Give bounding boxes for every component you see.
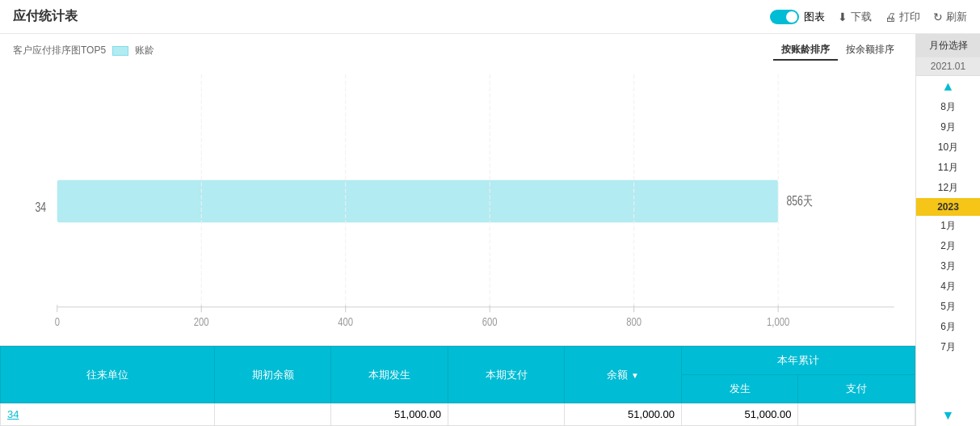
- svg-text:400: 400: [338, 315, 353, 329]
- chart-toggle-wrap[interactable]: 图表: [770, 10, 825, 24]
- download-icon: ⬇: [838, 11, 848, 23]
- legend-text: 客户应付排序图TOP5: [13, 44, 106, 57]
- sidebar-up-button[interactable]: ▲: [916, 76, 980, 97]
- unit-link[interactable]: 34: [7, 408, 19, 420]
- refresh-icon: ↻: [933, 11, 943, 23]
- chart-area: 客户应付排序图TOP5 账龄 按账龄排序 按余额排序 34 856天: [0, 34, 915, 426]
- legend-box: [112, 46, 128, 56]
- col-ytd-occ-header: 发生: [681, 375, 798, 403]
- header: 应付统计表 图表 ⬇ 下载 🖨 打印 ↻ 刷新: [0, 0, 980, 34]
- bar-chart-container: 34 856天 0 200 400 600: [0, 64, 915, 345]
- download-button[interactable]: ⬇ 下载: [838, 10, 872, 24]
- sidebar-month-item[interactable]: 5月: [916, 297, 980, 317]
- legend-box-label: 账龄: [135, 44, 154, 57]
- svg-text:856天: 856天: [786, 194, 813, 209]
- cell-current: 51,000.00: [331, 403, 448, 426]
- sidebar-month-item[interactable]: 2月: [916, 236, 980, 256]
- svg-text:200: 200: [194, 315, 209, 329]
- sidebar-month-item[interactable]: 9月: [916, 117, 980, 137]
- print-label: 打印: [899, 10, 920, 24]
- svg-text:1,000: 1,000: [767, 315, 789, 329]
- print-button[interactable]: 🖨 打印: [885, 10, 920, 24]
- cell-balance: 51,000.00: [565, 403, 682, 426]
- svg-text:600: 600: [482, 315, 498, 329]
- chart-toggle[interactable]: [770, 10, 799, 24]
- svg-rect-1: [57, 180, 778, 222]
- cell-ytd-occ: 51,000.00: [681, 403, 798, 426]
- sidebar-down-button[interactable]: ▼: [916, 405, 980, 426]
- cell-opening: [214, 403, 331, 426]
- page-title: 应付统计表: [13, 8, 78, 25]
- sidebar-month-item[interactable]: 1月: [916, 216, 980, 236]
- balance-sort-icon: ▼: [631, 371, 639, 380]
- chart-sort-buttons: 按账龄排序 按余额排序: [773, 40, 902, 61]
- svg-text:800: 800: [626, 315, 641, 329]
- sidebar-month-item[interactable]: 8月: [916, 97, 980, 117]
- chart-header: 客户应付排序图TOP5 账龄 按账龄排序 按余额排序: [0, 34, 915, 64]
- svg-text:34: 34: [35, 200, 46, 215]
- refresh-label: 刷新: [946, 10, 967, 24]
- col-ytd-pay-header: 支付: [798, 375, 915, 403]
- table-row: 34 51,000.00 51,000.00 51,000.00: [1, 403, 915, 426]
- chart-svg: 34 856天 0 200 400 600: [32, 64, 902, 339]
- sidebar-month-item[interactable]: 2023: [916, 198, 980, 216]
- chart-legend: 客户应付排序图TOP5 账龄: [13, 44, 154, 57]
- toggle-label: 图表: [804, 10, 825, 24]
- col-payment-header: 本期支付: [448, 347, 565, 403]
- cell-ytd-pay: [798, 403, 915, 426]
- refresh-button[interactable]: ↻ 刷新: [933, 10, 967, 24]
- sidebar-month-item[interactable]: 11月: [916, 158, 980, 178]
- sort-by-balance-button[interactable]: 按余额排序: [838, 40, 902, 61]
- header-actions: 图表 ⬇ 下载 🖨 打印 ↻ 刷新: [770, 10, 967, 24]
- col-ytd-header: 本年累计: [681, 347, 915, 375]
- col-unit-header: 往来单位: [1, 347, 215, 403]
- sidebar-month-item[interactable]: 10月: [916, 137, 980, 158]
- data-table: 往来单位 期初余额 本期发生 本期支付 余额 ▼ 本年累计 发生: [0, 346, 915, 426]
- sidebar-month-item[interactable]: 12月: [916, 178, 980, 198]
- print-icon: 🖨: [885, 11, 896, 23]
- sidebar-month-item[interactable]: 6月: [916, 317, 980, 337]
- sort-by-age-button[interactable]: 按账龄排序: [773, 40, 838, 61]
- sidebar-month-item[interactable]: 4月: [916, 276, 980, 297]
- col-current-header: 本期发生: [331, 347, 448, 403]
- sidebar-month-item[interactable]: 3月: [916, 256, 980, 276]
- col-balance-header: 余额 ▼: [565, 347, 682, 403]
- cell-payment: [448, 403, 565, 426]
- table-area: 往来单位 期初余额 本期发生 本期支付 余额 ▼ 本年累计 发生: [0, 345, 915, 426]
- sidebar-header: 月份选择: [916, 34, 980, 57]
- download-label: 下载: [851, 10, 872, 24]
- col-opening-header: 期初余额: [214, 347, 331, 403]
- content-wrap: 客户应付排序图TOP5 账龄 按账龄排序 按余额排序 34 856天: [0, 34, 980, 426]
- sidebar-month-item[interactable]: 7月: [916, 337, 980, 357]
- svg-text:0: 0: [55, 315, 60, 329]
- sidebar-year-label: 2021.01: [916, 57, 980, 76]
- cell-unit: 34: [1, 403, 215, 426]
- sidebar-months: 8月9月10月11月12月20231月2月3月4月5月6月7月: [916, 97, 980, 405]
- sidebar: 月份选择 2021.01 ▲ 8月9月10月11月12月20231月2月3月4月…: [915, 34, 980, 426]
